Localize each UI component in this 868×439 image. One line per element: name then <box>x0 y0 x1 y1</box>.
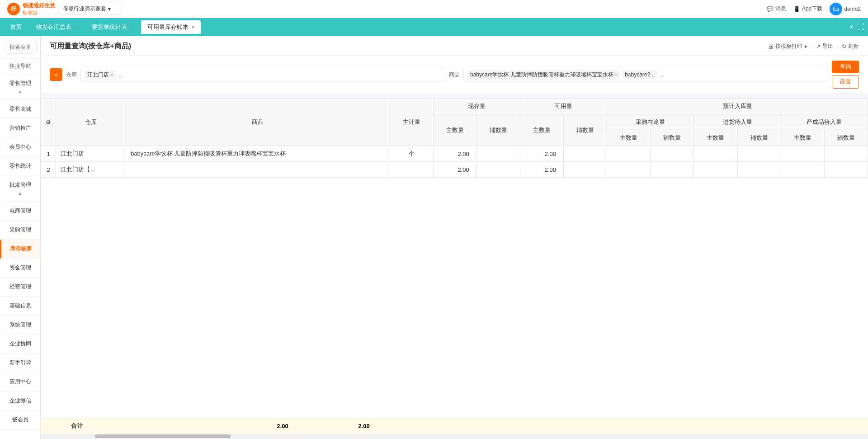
sidebar-item-newbie[interactable]: 新手引导 <box>0 354 40 373</box>
sidebar-item-retail-management[interactable]: 零售管理 ▲ <box>0 74 40 100</box>
cell-warehouse-2: 江北门店【... <box>56 162 126 178</box>
sidebar-search: 搜索菜单 <box>0 36 40 59</box>
cell-inc-main-1 <box>694 146 737 162</box>
scroll-thumb[interactable] <box>95 434 231 438</box>
print-btn[interactable]: 🖨 按模板打印 ▾ <box>768 42 807 50</box>
table-row: 2 江北门店【... 2.00 2.00 <box>41 162 868 178</box>
cell-prod-main-1 <box>781 146 824 162</box>
top-bar: 好 畅捷通好生意 标准版 母婴行业演示账套 ▾ 💬 消息 📱 App下载 Ea … <box>0 0 868 18</box>
table-container: ⚙ 仓库 商品 主计量 现存量 可用量 预计入库量 主数量 辅数量 主数量 辅数… <box>41 98 868 418</box>
cell-purch-aux-2 <box>651 162 694 178</box>
cell-purch-aux-1 <box>651 146 694 162</box>
scroll-bar-area[interactable] <box>41 434 868 439</box>
top-bar-left: 好 畅捷通好生意 标准版 母婴行业演示账套 ▾ <box>7 2 122 16</box>
sidebar-item-membership[interactable]: 会员中心 <box>0 138 40 157</box>
th-production-aux: 辅数量 <box>824 130 868 146</box>
cell-unit-1: 个 <box>390 146 433 162</box>
sidebar-item-operations[interactable]: 经营管理 <box>0 278 40 297</box>
cell-prod-main-2 <box>781 162 824 178</box>
user-area[interactable]: Ea demo2 <box>830 3 861 15</box>
tab-home[interactable]: 首页 <box>4 23 28 31</box>
footer-available-total: 2.00 <box>344 423 384 430</box>
th-incoming-group: 进货待入量 <box>694 114 781 130</box>
page-actions: 🖨 按模板打印 ▾ | ↗ 导出 | ↻ 刷新 <box>768 42 859 50</box>
filter-toggle-btn[interactable]: » <box>50 68 62 81</box>
sidebar-item-ecommerce[interactable]: 电商管理 <box>0 202 40 221</box>
remove-product-tag-1[interactable]: × <box>615 72 618 77</box>
product-tags[interactable]: babycare学饮杯 儿童防摔防撞吸管杯重力球吸嘴杯宝宝水杯 × babyca… <box>463 68 828 81</box>
sidebar-item-finance[interactable]: 资金管理 <box>0 259 40 278</box>
message-btn[interactable]: 💬 消息 <box>767 5 786 13</box>
refresh-btn[interactable]: ↻ 刷新 <box>842 42 859 50</box>
product-label: 商品 <box>449 71 460 79</box>
cell-purch-main-1 <box>607 146 651 162</box>
th-unit: 主计量 <box>390 99 433 146</box>
warehouse-more[interactable]: ... <box>118 71 122 78</box>
cell-stock-main-2: 2.00 <box>433 162 476 178</box>
quick-nav-btn[interactable]: 快捷导航 <box>0 59 40 74</box>
industry-select[interactable]: 母婴行业演示账套 ▾ <box>59 3 122 15</box>
sidebar-item-retail-mall[interactable]: 零售商城 <box>0 100 40 119</box>
page-title-bar: 可用量查询(按仓库+商品) 🖨 按模板打印 ▾ | ↗ 导出 | ↻ <box>50 42 859 56</box>
search-menu-btn[interactable]: 搜索菜单 <box>4 41 37 54</box>
cell-inc-aux-2 <box>737 162 781 178</box>
th-incoming-main: 主数量 <box>694 130 737 146</box>
sidebar-item-system[interactable]: 系统管理 <box>0 316 40 335</box>
table-footer: 合计 2.00 2.00 <box>41 418 868 434</box>
product-more[interactable]: ... <box>659 71 664 78</box>
top-bar-right: 💬 消息 📱 App下载 Ea demo2 <box>767 3 861 15</box>
remove-warehouse-tag[interactable]: × <box>110 72 113 77</box>
cell-inc-aux-1 <box>737 146 781 162</box>
nav-right: × ⛶ <box>849 23 864 31</box>
sidebar-item-member[interactable]: 畅会员 <box>0 411 40 430</box>
export-btn[interactable]: ↗ 导出 <box>816 42 833 50</box>
set-btn[interactable]: 设置 <box>832 75 859 89</box>
logo-text: 畅捷通好生意 标准版 <box>23 2 55 16</box>
cell-stock-main-1: 2.00 <box>433 146 476 162</box>
settings-gear-icon[interactable]: ⚙ <box>46 119 51 126</box>
cell-product-2 <box>126 162 390 178</box>
sidebar-item-wholesale[interactable]: 批发管理 ▲ <box>0 176 40 202</box>
sidebar-item-retail-stats[interactable]: 零售统计 <box>0 157 40 176</box>
tab-shoufacun[interactable]: 收发存汇总表 × <box>30 20 84 34</box>
expand-window-btn[interactable]: ⛶ <box>857 23 864 31</box>
cell-avail-main-1: 2.00 <box>520 146 563 162</box>
close-tab-shoufacun[interactable]: × <box>74 24 77 30</box>
sidebar-item-enterprise[interactable]: 企业协同 <box>0 335 40 354</box>
chevron-down-icon: ▲ <box>18 191 23 196</box>
th-available-main: 主数量 <box>520 114 563 146</box>
query-btn[interactable]: 查询 <box>832 61 859 73</box>
sidebar: 搜索菜单 快捷导航 零售管理 ▲ 零售商城 营销推广 会员中心 零售统计 批发管… <box>0 36 41 439</box>
sidebar-item-marketing[interactable]: 营销推广 <box>0 119 40 138</box>
th-purchase-main: 主数量 <box>607 130 651 146</box>
sidebar-item-wechat[interactable]: 企业微信 <box>0 392 40 411</box>
close-tab-yaohuo[interactable]: × <box>130 24 133 30</box>
filter-actions: 查询 设置 <box>832 61 859 89</box>
page-header: 可用量查询(按仓库+商品) 🖨 按模板打印 ▾ | ↗ 导出 | ↻ <box>41 36 868 56</box>
close-window-btn[interactable]: × <box>849 23 854 31</box>
cell-stock-aux-1 <box>476 146 520 162</box>
warehouse-tag: 江北门店 × <box>85 70 116 80</box>
chevron-down-icon: ▲ <box>18 89 23 94</box>
tab-yaohuo[interactable]: 要货单统计表 × <box>85 20 139 34</box>
main-layout: 搜索菜单 快捷导航 零售管理 ▲ 零售商城 营销推广 会员中心 零售统计 批发管… <box>0 36 868 439</box>
print-icon: 🖨 <box>768 43 774 50</box>
cell-warehouse-1: 江北门店 <box>56 146 126 162</box>
sidebar-item-inventory[interactable]: 库存核算 <box>0 240 40 259</box>
sidebar-item-basic-info[interactable]: 基础信息 <box>0 297 40 316</box>
message-icon: 💬 <box>767 6 774 12</box>
logo-icon: 好 <box>7 3 20 15</box>
app-download-btn[interactable]: 📱 App下载 <box>793 5 822 13</box>
th-stock-group: 现存量 <box>433 99 520 114</box>
cell-index-2: 2 <box>41 162 56 178</box>
warehouse-tags[interactable]: 江北门店 × ... <box>80 68 445 81</box>
cell-index-1: 1 <box>41 146 56 162</box>
close-tab-keyongliang[interactable]: × <box>191 24 194 30</box>
cell-purch-main-2 <box>607 162 651 178</box>
tab-keyongliang[interactable]: 可用量库存账本 × <box>141 20 201 34</box>
cell-prod-aux-2 <box>824 162 868 178</box>
th-available-group: 可用量 <box>520 99 607 114</box>
sidebar-item-purchasing[interactable]: 采购管理 <box>0 221 40 240</box>
cell-avail-main-2: 2.00 <box>520 162 563 178</box>
sidebar-item-app-center[interactable]: 应用中心 <box>0 373 40 392</box>
